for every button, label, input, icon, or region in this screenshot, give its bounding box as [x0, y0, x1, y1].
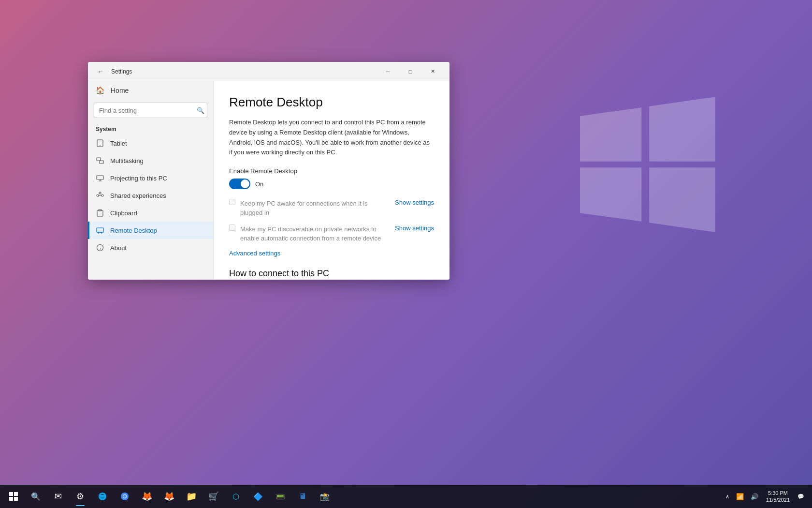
taskbar-app7[interactable]: 🔷 [247, 486, 269, 507]
show-settings-link-2[interactable]: Show settings [395, 224, 434, 232]
sidebar-item-multitasking[interactable]: Multitasking [88, 152, 213, 169]
firefox2-icon: 🦊 [164, 491, 174, 502]
svg-rect-21 [14, 492, 18, 496]
app6-icon: ⬡ [232, 492, 239, 501]
start-button[interactable] [3, 486, 24, 507]
checkbox-row-1: Keep my PC awake for connections when it… [229, 199, 434, 217]
shared-label: Shared experiences [110, 192, 166, 199]
maximize-button[interactable]: □ [399, 64, 421, 79]
svg-text:i: i [100, 246, 102, 251]
taskbar-edge-app[interactable] [92, 486, 113, 507]
svg-point-26 [123, 495, 126, 498]
svg-rect-4 [97, 176, 103, 179]
how-to-title: How to connect to this PC [229, 269, 434, 279]
firefox-icon: 🦊 [142, 491, 152, 502]
remote-desktop-toggle[interactable] [229, 179, 250, 189]
taskbar-firefox2-app[interactable]: 🦊 [159, 486, 180, 507]
sidebar-item-clipboard[interactable]: Clipboard [88, 204, 213, 222]
svg-rect-20 [9, 492, 13, 496]
search-input[interactable] [94, 103, 207, 118]
close-button[interactable]: ✕ [421, 64, 444, 79]
page-title: Remote Desktop [229, 95, 434, 110]
home-label: Home [111, 87, 129, 94]
clock-time: 5:30 PM [768, 490, 788, 496]
taskbar-mail-app[interactable]: ✉ [47, 486, 69, 507]
sound-icon-btn[interactable]: 🔊 [748, 486, 761, 507]
app8-icon: 🖥 [299, 492, 306, 501]
network-icon-btn[interactable]: 📶 [733, 486, 747, 507]
svg-rect-14 [97, 228, 103, 232]
clipboard-icon [96, 209, 104, 217]
taskbar-firefox-app[interactable]: 🦊 [136, 486, 158, 507]
toggle-row: On [229, 179, 434, 189]
main-content: Remote Desktop Remote Desktop lets you c… [214, 81, 450, 280]
taskbar-search-button[interactable]: 🔍 [25, 486, 46, 507]
back-button[interactable]: ← [94, 65, 107, 78]
tablet-label: Tablet [110, 140, 127, 147]
checkbox-row-2: Make my PC discoverable on private netwo… [229, 224, 434, 243]
window-body: 🏠 Home 🔍 System Tablet Mul [88, 81, 450, 280]
notification-button[interactable]: 💬 [795, 486, 807, 507]
clipboard-label: Clipboard [110, 209, 137, 217]
sidebar-item-home[interactable]: 🏠 Home [88, 81, 213, 100]
checkbox1-label: Keep my PC awake for connections when it… [240, 200, 368, 216]
taskbar-apps: ✉ ⚙ 🦊 🦊 📁 🛒 [47, 486, 722, 507]
sidebar-item-remote[interactable]: Remote Desktop [88, 222, 213, 239]
toggle-on-label: On [255, 180, 263, 188]
svg-point-8 [102, 194, 103, 196]
svg-point-9 [99, 192, 101, 194]
tablet-icon [96, 139, 104, 148]
start-icon [9, 492, 18, 501]
description-text: Remote Desktop lets you connect to and c… [229, 118, 434, 158]
mail-icon: ✉ [55, 491, 62, 502]
svg-rect-23 [14, 497, 18, 501]
discoverable-checkbox[interactable] [229, 224, 235, 231]
app9-icon: 📸 [320, 492, 330, 501]
sidebar-item-about[interactable]: i About [88, 239, 213, 256]
taskbar-explorer-app[interactable]: 📁 [181, 486, 202, 507]
app7-icon: 🔷 [253, 492, 263, 501]
sidebar-item-tablet[interactable]: Tablet [88, 134, 213, 152]
windows-logo-watermark [580, 97, 715, 232]
svg-rect-3 [100, 161, 103, 164]
remote-label: Remote Desktop [110, 227, 157, 234]
system-section-title: System [88, 123, 213, 134]
tray-chevron[interactable]: ∧ [723, 486, 732, 507]
settings-icon: ⚙ [76, 491, 84, 502]
minimize-button[interactable]: ─ [377, 64, 399, 79]
remote-icon [96, 226, 104, 235]
search-icon-button[interactable]: 🔍 [197, 107, 204, 114]
sidebar-item-shared[interactable]: Shared experiences [88, 187, 213, 204]
svg-point-1 [100, 145, 101, 146]
taskbar-chrome-app[interactable] [114, 486, 135, 507]
show-settings-link-1[interactable]: Show settings [395, 199, 434, 206]
svg-rect-2 [97, 158, 101, 161]
projecting-label: Projecting to this PC [110, 175, 167, 182]
clock[interactable]: 5:30 PM 11/5/2021 [762, 490, 794, 504]
svg-rect-22 [9, 497, 13, 501]
checkbox2-area: Make my PC discoverable on private netwo… [240, 224, 386, 243]
terminal-icon: 📟 [276, 492, 285, 501]
projecting-icon [96, 174, 104, 182]
advanced-settings-link[interactable]: Advanced settings [229, 250, 434, 257]
checkbox2-label: Make my PC discoverable on private netwo… [240, 225, 381, 242]
taskbar-app8[interactable]: 🖥 [292, 486, 313, 507]
sidebar: 🏠 Home 🔍 System Tablet Mul [88, 81, 214, 280]
taskbar-terminal-app[interactable]: 📟 [270, 486, 291, 507]
taskbar-app6[interactable]: ⬡ [225, 486, 246, 507]
taskbar-store-app[interactable]: 🛒 [203, 486, 224, 507]
sidebar-item-projecting[interactable]: Projecting to this PC [88, 169, 213, 187]
chevron-up-icon: ∧ [725, 493, 729, 500]
multitasking-label: Multitasking [110, 157, 144, 164]
taskbar-app9[interactable]: 📸 [314, 486, 335, 507]
awake-checkbox[interactable] [229, 199, 235, 205]
enable-label: Enable Remote Desktop [229, 167, 434, 175]
settings-window: ← Settings ─ □ ✕ 🏠 Home 🔍 System [88, 62, 450, 280]
notification-icon: 💬 [798, 493, 804, 500]
taskbar-system-tray: ∧ 📶 🔊 5:30 PM 11/5/2021 💬 [723, 486, 809, 507]
clock-date: 11/5/2021 [766, 496, 790, 503]
taskbar-settings-app[interactable]: ⚙ [70, 486, 91, 507]
chrome-icon [120, 492, 130, 501]
sound-icon: 🔊 [751, 493, 758, 500]
multitasking-icon [96, 156, 104, 165]
